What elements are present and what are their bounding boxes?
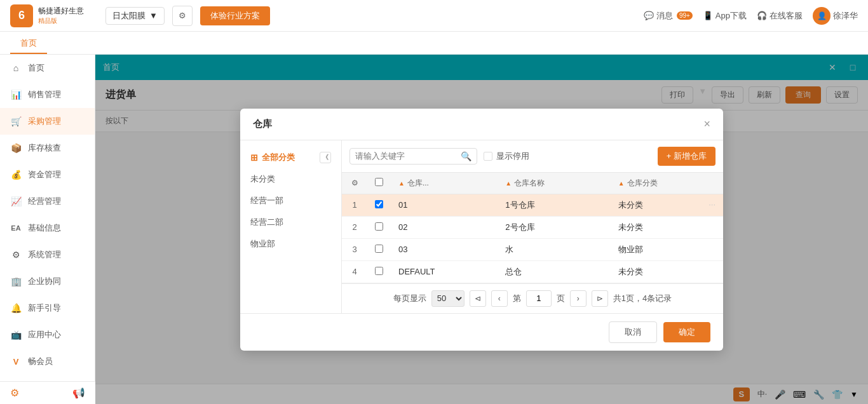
show-disabled-checkbox[interactable]: 显示停用 [484,151,529,162]
modal-footer: 取消 确定 [240,313,723,351]
modal-sidebar-item-property[interactable]: 物业部 [240,233,341,255]
modal-toolbar: 🔍 显示停用 + 新增仓库 [342,140,723,173]
modal-title: 仓库 [253,118,272,130]
operations-icon: 📈 [10,196,22,207]
page-first-button[interactable]: ⊲ [470,290,486,307]
table-row[interactable]: 4 DEFAULT 总仓 未分类 [342,260,723,283]
main-layout: ⌂ 首页 📊 销售管理 🛒 采购管理 📦 库存核查 💰 资金管理 📈 经营管理 … [0,55,868,404]
app-download-button[interactable]: 📱 App下载 [703,10,747,22]
warehouse-modal: 仓库 × ⊞ 全部分类 《 未分类 [240,109,723,351]
th-check [367,173,391,194]
disabled-checkbox[interactable] [484,152,492,161]
search-input-wrap: 🔍 [349,148,477,165]
sidebar-item-apps[interactable]: 📺 应用中心 [0,321,95,348]
row-name: 水 [498,238,610,260]
tab-home[interactable]: 首页 [10,34,47,54]
sidebar-item-purchase[interactable]: 🛒 采购管理 [0,108,95,135]
collapse-button[interactable]: 《 [320,152,331,163]
row-num: 2 [342,216,367,238]
modal-body: ⊞ 全部分类 《 未分类 经营一部 经营二部 [240,140,723,313]
purchase-icon: 🛒 [10,116,22,127]
sidebar-item-guide[interactable]: 🔔 新手引导 [0,295,95,321]
apps-icon: 📺 [10,329,22,340]
row-checkbox[interactable] [375,267,383,275]
page-prev-button[interactable]: ‹ [491,290,508,307]
sidebar-item-system[interactable]: ⚙ 系统管理 [0,241,95,268]
row-category: 未分类 [611,216,723,238]
table-row[interactable]: 1 01 1号仓库 未分类··· [342,194,723,216]
row-code: DEFAULT [391,260,498,283]
row-code: 03 [391,238,498,260]
warehouse-table: ⚙ ▲ 仓库... [342,173,723,283]
table-row[interactable]: 2 02 2号仓库 未分类 [342,216,723,238]
row-check[interactable] [367,260,391,283]
header-right: 💬 消息 99+ 📱 App下载 🎧 在线客服 👤 徐泽华 [644,7,858,25]
sidebar-item-sales[interactable]: 📊 销售管理 [0,81,95,108]
select-all-checkbox[interactable] [375,178,383,186]
th-gear: ⚙ [342,173,367,194]
sidebar-item-basic[interactable]: EA 基础信息 [0,215,95,241]
sidebar-item-enterprise[interactable]: 🏢 企业协同 [0,268,95,295]
industry-button[interactable]: 体验行业方案 [200,6,270,25]
basic-icon: EA [10,222,22,234]
pagination: 每页显示 50 100 ⊲ ‹ 第 页 › ⊳ 共 [342,283,723,313]
new-warehouse-button[interactable]: + 新增仓库 [658,147,715,166]
modal-close-button[interactable]: × [703,118,710,131]
message-button[interactable]: 💬 消息 99+ [644,10,693,22]
company-select[interactable]: 日太阳膜 ▼ [105,7,165,25]
sidebar-item-home[interactable]: ⌂ 首页 [0,55,95,81]
modal-sidebar-item-ops2[interactable]: 经营二部 [240,212,341,233]
row-name: 1号仓库 [498,194,610,216]
row-checkbox[interactable] [375,200,383,208]
header-middle: 日太阳膜 ▼ ⚙ 体验行业方案 [105,6,644,26]
modal-sidebar-item-uncategorized[interactable]: 未分类 [240,168,341,190]
sidebar-item-vip[interactable]: V 畅会员 [0,348,95,375]
settings-footer-icon[interactable]: ⚙ [10,387,19,399]
row-checkbox[interactable] [375,245,383,253]
avatar: 👤 [813,7,831,25]
row-code: 01 [391,194,498,216]
row-checkbox[interactable] [375,222,383,231]
speaker-icon[interactable]: 📢 [72,387,85,399]
search-icon[interactable]: 🔍 [461,151,471,161]
row-num: 1 [342,194,367,216]
sidebar-item-operations[interactable]: 📈 经营管理 [0,188,95,215]
enterprise-icon: 🏢 [10,276,22,287]
confirm-button[interactable]: 确定 [663,322,710,342]
modal-sidebar: ⊞ 全部分类 《 未分类 经营一部 经营二部 [240,140,342,313]
vip-icon: V [10,356,22,367]
guide-icon: 🔔 [10,302,22,314]
sidebar-item-finance[interactable]: 💰 资金管理 [0,161,95,188]
row-category: 物业部 [611,238,723,260]
modal-content: 🔍 显示停用 + 新增仓库 [342,140,723,313]
per-page-select[interactable]: 50 100 [431,290,465,307]
system-icon: ⚙ [10,249,22,260]
brand-text: 畅捷通好生意 精品版 [38,6,84,25]
modal-header: 仓库 × [240,109,723,140]
th-code: ▲ 仓库... [391,173,498,194]
settings-button[interactable]: ⚙ [172,6,193,26]
sidebar-item-inventory[interactable]: 📦 库存核查 [0,135,95,161]
th-name: ▲ 仓库名称 [498,173,610,194]
row-code: 02 [391,216,498,238]
nav-tabs: 首页 [0,32,868,55]
inventory-icon: 📦 [10,142,22,154]
search-input[interactable] [355,151,457,161]
user-area[interactable]: 👤 徐泽华 [813,7,858,25]
row-category: 未分类 [611,260,723,283]
cancel-button[interactable]: 取消 [609,321,657,343]
modal-sidebar-item-ops1[interactable]: 经营一部 [240,190,341,212]
online-service-button[interactable]: 🎧 在线客服 [757,10,803,22]
finance-icon: 💰 [10,169,22,180]
page-next-button[interactable]: › [570,290,587,307]
table-row[interactable]: 3 03 水 物业部 [342,238,723,260]
row-check[interactable] [367,238,391,260]
row-check[interactable] [367,194,391,216]
row-actions-icon[interactable]: ··· [709,199,715,209]
page-number-input[interactable] [526,290,552,307]
row-check[interactable] [367,216,391,238]
modal-sidebar-item-all[interactable]: ⊞ 全部分类 《 [240,147,341,168]
row-name: 2号仓库 [498,216,610,238]
page-last-button[interactable]: ⊳ [592,290,608,307]
th-category: ▲ 仓库分类 [611,173,723,194]
